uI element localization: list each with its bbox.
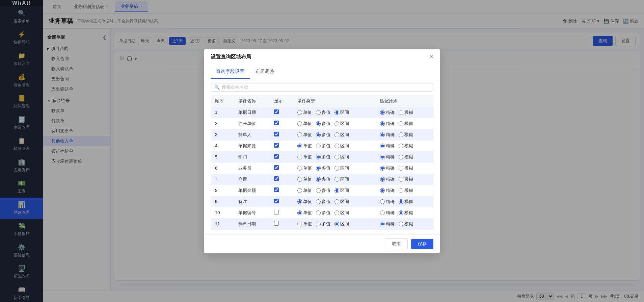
row-type-cell: 单值多值区间: [293, 107, 376, 118]
match-fuzzy-radio[interactable]: 模糊: [399, 109, 413, 116]
row-show-cell[interactable]: [270, 174, 293, 185]
modal-header: 设置查询区域布局 ×: [204, 49, 440, 65]
type-multi-radio[interactable]: 多值: [316, 199, 330, 205]
cancel-button[interactable]: 取消: [385, 238, 408, 249]
match-exact-radio[interactable]: 精确: [380, 154, 395, 160]
type-range-radio[interactable]: 区间: [334, 121, 349, 127]
type-single-radio[interactable]: 单值: [297, 176, 312, 182]
row-show-cell[interactable]: [270, 129, 293, 140]
modal-close-button[interactable]: ×: [430, 54, 433, 60]
row-type-cell: 单值多值区间: [293, 196, 376, 207]
match-exact-radio[interactable]: 精确: [380, 143, 395, 149]
type-range-radio[interactable]: 区间: [334, 199, 349, 205]
type-multi-radio[interactable]: 多值: [316, 154, 330, 160]
type-single-radio[interactable]: 单值: [297, 165, 312, 171]
type-range-radio[interactable]: 区间: [334, 176, 349, 182]
show-checkbox[interactable]: [274, 176, 279, 181]
match-fuzzy-radio[interactable]: 模糊: [399, 199, 413, 205]
match-fuzzy-radio[interactable]: 模糊: [399, 143, 413, 149]
match-exact-radio[interactable]: 精确: [380, 199, 395, 205]
row-condition-name: 往来单位: [234, 118, 270, 129]
type-multi-radio[interactable]: 多值: [316, 165, 330, 171]
type-multi-radio[interactable]: 多值: [316, 221, 330, 227]
show-checkbox[interactable]: [274, 199, 279, 203]
type-range-radio[interactable]: 区间: [334, 132, 349, 138]
row-type-cell: 单值多值区间: [293, 174, 376, 185]
show-checkbox[interactable]: [274, 221, 279, 226]
type-single-radio[interactable]: 单值: [297, 109, 312, 116]
row-match-cell: 精确模糊: [376, 129, 433, 140]
row-type-cell: 单值多值区间: [293, 129, 376, 140]
type-range-radio[interactable]: 区间: [334, 154, 349, 160]
row-show-cell[interactable]: [270, 140, 293, 151]
tab-layout-adjust[interactable]: 布局调整: [250, 65, 279, 79]
condition-search-input[interactable]: [222, 85, 430, 90]
row-match-cell: 精确模糊: [376, 174, 433, 185]
type-multi-radio[interactable]: 多值: [316, 109, 330, 116]
type-single-radio[interactable]: 单值: [297, 132, 312, 138]
type-range-radio[interactable]: 区间: [334, 143, 349, 149]
type-multi-radio[interactable]: 多值: [316, 121, 330, 127]
match-exact-radio[interactable]: 精确: [380, 176, 395, 182]
type-single-radio[interactable]: 单值: [297, 187, 312, 194]
match-fuzzy-radio[interactable]: 模糊: [399, 165, 413, 171]
type-range-radio[interactable]: 区间: [334, 165, 349, 171]
type-single-radio[interactable]: 单值: [297, 154, 312, 160]
type-single-radio[interactable]: 单值: [297, 210, 312, 216]
match-fuzzy-radio[interactable]: 模糊: [399, 176, 413, 182]
row-show-cell[interactable]: [270, 207, 293, 218]
row-show-cell[interactable]: [270, 196, 293, 207]
modal-title: 设置查询区域布局: [211, 54, 251, 60]
type-multi-radio[interactable]: 多值: [316, 210, 330, 216]
row-match-cell: 精确模糊: [376, 162, 433, 174]
show-checkbox[interactable]: [274, 121, 279, 125]
table-row: 3制单人单值多值区间精确模糊: [211, 129, 433, 140]
row-order: 10: [211, 207, 234, 218]
show-checkbox[interactable]: [274, 165, 279, 170]
row-show-cell[interactable]: [270, 107, 293, 118]
show-checkbox[interactable]: [274, 132, 279, 136]
modal-footer: 取消 保存: [204, 234, 440, 253]
modal-save-button[interactable]: 保存: [411, 239, 433, 249]
match-exact-radio[interactable]: 精确: [380, 165, 395, 171]
row-show-cell[interactable]: [270, 162, 293, 174]
type-range-radio[interactable]: 区间: [334, 109, 349, 116]
match-exact-radio[interactable]: 精确: [380, 121, 395, 127]
type-range-radio[interactable]: 区间: [334, 210, 349, 216]
show-checkbox[interactable]: [274, 187, 279, 192]
show-checkbox[interactable]: [274, 154, 279, 159]
row-show-cell[interactable]: [270, 118, 293, 129]
type-single-radio[interactable]: 单值: [297, 221, 312, 227]
type-single-radio[interactable]: 单值: [297, 121, 312, 127]
show-checkbox[interactable]: [274, 143, 279, 148]
show-checkbox[interactable]: [274, 109, 279, 114]
row-order: 3: [211, 129, 234, 140]
match-fuzzy-radio[interactable]: 模糊: [399, 210, 413, 216]
match-exact-radio[interactable]: 精确: [380, 187, 395, 194]
row-show-cell[interactable]: [270, 151, 293, 162]
match-exact-radio[interactable]: 精确: [380, 221, 395, 227]
row-show-cell[interactable]: [270, 185, 293, 196]
type-range-radio[interactable]: 区间: [334, 221, 349, 227]
type-range-radio[interactable]: 区间: [334, 187, 349, 194]
match-fuzzy-radio[interactable]: 模糊: [399, 221, 413, 227]
type-multi-radio[interactable]: 多值: [316, 132, 330, 138]
match-fuzzy-radio[interactable]: 模糊: [399, 187, 413, 194]
row-show-cell[interactable]: [270, 218, 293, 229]
show-checkbox[interactable]: [274, 210, 279, 215]
type-single-radio[interactable]: 单值: [297, 199, 312, 205]
match-exact-radio[interactable]: 精确: [380, 132, 395, 138]
tab-field-settings[interactable]: 查询字段设置: [211, 65, 250, 79]
type-multi-radio[interactable]: 多值: [316, 187, 330, 194]
type-multi-radio[interactable]: 多值: [316, 176, 330, 182]
row-match-cell: 精确模糊: [376, 218, 433, 229]
type-multi-radio[interactable]: 多值: [316, 143, 330, 149]
match-fuzzy-radio[interactable]: 模糊: [399, 132, 413, 138]
type-single-radio[interactable]: 单值: [297, 143, 312, 149]
row-condition-name: 制单日期: [234, 218, 270, 229]
match-exact-radio[interactable]: 精确: [380, 109, 395, 116]
match-exact-radio[interactable]: 精确: [380, 210, 395, 216]
match-fuzzy-radio[interactable]: 模糊: [399, 121, 413, 127]
match-fuzzy-radio[interactable]: 模糊: [399, 154, 413, 160]
row-match-cell: 精确模糊: [376, 151, 433, 162]
